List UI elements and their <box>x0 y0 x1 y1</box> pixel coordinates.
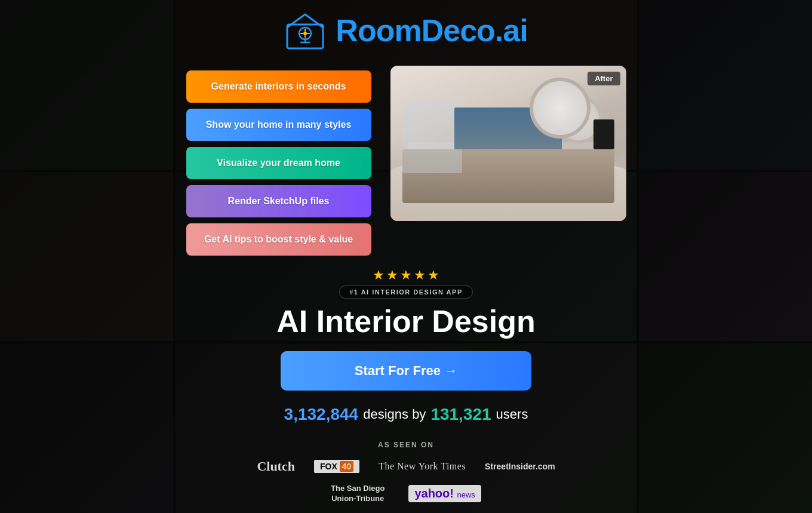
star-rating: ★ ★ ★ ★ ★ <box>373 268 439 283</box>
cta-start-button[interactable]: Start For Free → <box>281 351 531 391</box>
after-image-container: After <box>390 66 626 221</box>
logo-icon <box>284 10 326 51</box>
feature-btn-styles[interactable]: Show your home in many styles <box>186 109 371 141</box>
feature-buttons-list: Generate interiors in seconds Show your … <box>186 66 371 256</box>
users-label: users <box>496 407 528 422</box>
ranking-badge: #1 AI INTERIOR DESIGN APP <box>339 285 473 299</box>
nyt-logo: The New York Times <box>379 461 466 472</box>
star-3: ★ <box>400 268 412 283</box>
hero-body: Generate interiors in seconds Show your … <box>186 66 626 256</box>
as-seen-on-section: AS SEEN ON Clutch FOX 40 The New York Ti… <box>257 441 555 504</box>
fox40-logo: FOX 40 <box>314 460 359 473</box>
star-1: ★ <box>373 268 385 283</box>
bedroom-preview-image <box>390 66 626 221</box>
star-2: ★ <box>386 268 398 283</box>
logo-text: RoomDeco.ai <box>336 13 527 48</box>
feature-btn-tips[interactable]: Get AI tips to boost style & value <box>186 223 371 256</box>
yahoo-logo: yahoo! news <box>408 485 481 502</box>
after-badge: After <box>588 72 620 85</box>
star-4: ★ <box>414 268 426 283</box>
feature-btn-visualize[interactable]: Visualize your dream home <box>186 147 371 179</box>
logo-area: RoomDeco.ai <box>284 10 527 51</box>
press-logos-row1: Clutch FOX 40 The New York Times StreetI… <box>257 459 555 474</box>
press-logos-row2: The San DiegoUnion-Tribune yahoo! news <box>331 484 481 504</box>
sandiego-logo: The San DiegoUnion-Tribune <box>331 484 385 504</box>
as-seen-on-label: AS SEEN ON <box>378 441 434 449</box>
clutch-logo: Clutch <box>257 459 295 474</box>
main-title: AI Interior Design <box>276 303 535 339</box>
svg-point-2 <box>303 32 307 35</box>
feature-btn-generate[interactable]: Generate interiors in seconds <box>186 70 371 103</box>
main-content: RoomDeco.ai Generate interiors in second… <box>0 0 812 513</box>
streetinsider-logo: StreetInsider.com <box>485 462 555 471</box>
stats-area: 3,132,844 designs by 131,321 users <box>284 405 528 424</box>
users-count: 131,321 <box>430 405 491 424</box>
designs-count: 3,132,844 <box>284 405 359 424</box>
rating-area: ★ ★ ★ ★ ★ #1 AI INTERIOR DESIGN APP <box>339 268 473 299</box>
feature-btn-sketchup[interactable]: Render SketchUp files <box>186 185 371 217</box>
star-5: ★ <box>427 268 439 283</box>
designs-label: designs by <box>363 407 426 422</box>
